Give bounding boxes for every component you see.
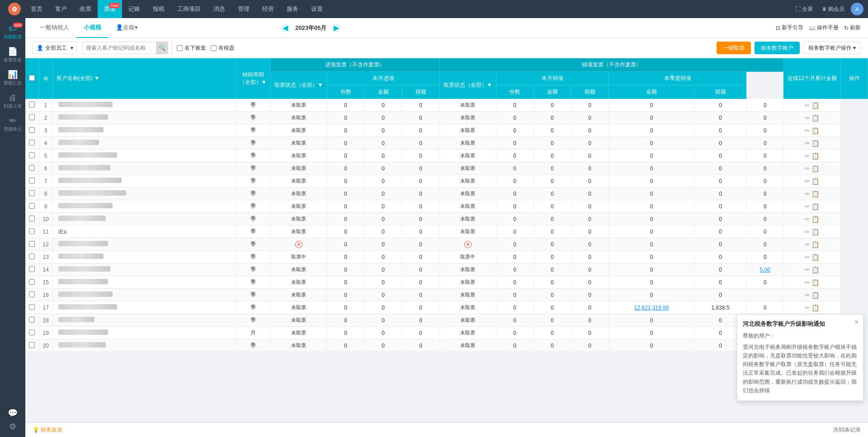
row-checkbox[interactable] (29, 127, 35, 133)
row-checkbox[interactable] (29, 152, 35, 158)
select-all-checkbox[interactable] (29, 75, 35, 81)
copy-button[interactable]: 📋 (811, 203, 819, 210)
row-checkbox[interactable] (29, 140, 35, 146)
sidebar-item-summary[interactable]: 📊 票据汇总 (1, 68, 24, 89)
reb-amount-value[interactable]: 12,621,319.99 (634, 305, 669, 311)
sidebar-item-issue[interactable]: 📄 发票开具 (1, 45, 24, 66)
nav-service[interactable]: 服务 (280, 0, 305, 18)
copy-button[interactable]: 📋 (811, 266, 819, 273)
row-checkbox-cell[interactable] (25, 162, 39, 175)
tax-digital-account-button[interactable]: 税务数字账户 (755, 42, 800, 54)
sidebar-item-scan[interactable]: 🖨 扫描上传 (1, 91, 24, 112)
row-checkbox-cell[interactable] (25, 314, 39, 327)
row-checkbox-cell[interactable] (25, 124, 39, 137)
row-checkbox[interactable] (29, 304, 35, 310)
tax-policy-link[interactable]: 💡 税务政策 (33, 426, 62, 434)
edit-button[interactable]: ✏ (805, 266, 810, 273)
tab-small-scale[interactable]: 小规模 (76, 18, 108, 38)
tab-all-in-one[interactable]: 👤 全能 ▾ (108, 18, 145, 38)
row-checkbox-cell[interactable] (25, 112, 39, 124)
nav-invoice[interactable]: 票据 new (98, 0, 122, 18)
row-checkbox[interactable] (29, 228, 35, 234)
row-checkbox-cell[interactable] (25, 251, 39, 263)
copy-button[interactable]: 📋 (811, 241, 819, 248)
edit-button[interactable]: ✏ (805, 127, 810, 134)
nav-collect[interactable]: 收票 (73, 0, 98, 18)
copy-button[interactable]: 📋 (811, 190, 819, 197)
row-checkbox-cell[interactable] (25, 339, 39, 352)
sidebar-item-message[interactable]: 💬 (1, 406, 24, 420)
has-tax-disk-checkbox[interactable]: 有税盘 (211, 44, 235, 52)
row-checkbox[interactable] (29, 254, 35, 259)
copy-button[interactable]: 📋 (811, 279, 819, 286)
one-click-collect-button[interactable]: 一键取票 (717, 42, 751, 54)
row-checkbox[interactable] (29, 279, 35, 285)
edit-button[interactable]: ✏ (805, 203, 810, 210)
manual-button[interactable]: 📖 操作手册 (809, 24, 839, 32)
row-checkbox[interactable] (29, 165, 35, 171)
row-checkbox-cell[interactable] (25, 200, 39, 213)
user-avatar[interactable]: A (851, 3, 863, 15)
sidebar-item-config[interactable]: ⚙ (1, 420, 24, 433)
guide-button[interactable]: ⊡ 新手引导 (776, 24, 803, 32)
copy-button[interactable]: 📋 (811, 291, 819, 299)
search-button[interactable]: 🔍 (156, 42, 168, 54)
copy-button[interactable]: 📋 (811, 165, 819, 172)
row-checkbox[interactable] (29, 178, 35, 183)
col-tax-period-header[interactable]: 纳税周期（全部）▼ (236, 58, 270, 99)
sidebar-item-smart-ticket[interactable]: 🏷 智能取票 new (1, 22, 24, 43)
edit-button[interactable]: ✏ (805, 228, 810, 235)
nav-customer[interactable]: 客户 (49, 0, 73, 18)
has-tax-disk-input[interactable] (211, 45, 217, 51)
row-checkbox[interactable] (29, 329, 35, 335)
copy-button[interactable]: 📋 (811, 127, 819, 134)
row-checkbox[interactable] (29, 291, 35, 297)
row-checkbox-cell[interactable] (25, 137, 39, 150)
nav-home[interactable]: 首页 (24, 0, 49, 18)
nav-manage[interactable]: 管理 (231, 0, 256, 18)
nav-message[interactable]: 消息 (207, 0, 231, 18)
nav-business[interactable]: 工商项目 (171, 0, 207, 18)
row-checkbox[interactable] (29, 190, 35, 196)
out-status-header[interactable]: 取票状态（全部）▼ (439, 72, 496, 99)
row-checkbox-cell[interactable] (25, 263, 39, 276)
row-checkbox-cell[interactable] (25, 226, 39, 238)
nav-accounting[interactable]: 记账 (122, 0, 146, 18)
row-checkbox[interactable] (29, 266, 35, 272)
row-checkbox-cell[interactable] (25, 327, 39, 339)
edit-button[interactable]: ✏ (805, 152, 810, 160)
row-checkbox-cell[interactable] (25, 289, 39, 301)
copy-button[interactable]: 📋 (811, 152, 819, 160)
copy-button[interactable]: 📋 (811, 178, 819, 185)
col-settings-header[interactable]: ⚙ (39, 58, 52, 99)
edit-button[interactable]: ✏ (805, 140, 810, 147)
row-checkbox-cell[interactable] (25, 238, 39, 251)
in-status-header[interactable]: 取票状态（全部）▼ (270, 72, 327, 99)
row-checkbox-cell[interactable] (25, 99, 39, 112)
row-checkbox[interactable] (29, 102, 35, 108)
under-account-checkbox[interactable]: 名下账套 (177, 44, 206, 52)
tax-digital-ops-button[interactable]: 税务数字账户操作 ▾ (803, 42, 861, 54)
edit-button[interactable]: ✏ (805, 279, 810, 286)
sidebar-item-entry[interactable]: ✏ 票据录入 (1, 114, 24, 135)
staff-select[interactable]: 👤 全部员工 ▾ (33, 42, 77, 54)
edit-button[interactable]: ✏ (805, 241, 810, 248)
row-checkbox-cell[interactable] (25, 188, 39, 200)
edit-button[interactable]: ✏ (805, 102, 810, 109)
row-checkbox[interactable] (29, 241, 35, 247)
row-checkbox[interactable] (29, 342, 35, 348)
fullscreen-button[interactable]: ⛶ 全屏 (793, 5, 816, 13)
row-checkbox[interactable] (29, 114, 35, 120)
cumulative-value[interactable]: 5.00 (760, 267, 770, 273)
nav-settings[interactable]: 设置 (305, 0, 329, 18)
copy-button[interactable]: 📋 (811, 228, 819, 235)
date-prev-button[interactable]: ◀ (281, 23, 290, 33)
row-checkbox[interactable] (29, 216, 35, 221)
edit-button[interactable]: ✏ (805, 178, 810, 185)
copy-button[interactable]: 📋 (811, 114, 819, 122)
refresh-button[interactable]: ↻ 刷新 (844, 24, 861, 32)
search-input-field[interactable] (86, 45, 154, 51)
copy-button[interactable]: 📋 (811, 140, 819, 147)
tab-general-taxpayer[interactable]: 一般纳税人 (33, 18, 76, 38)
edit-button[interactable]: ✏ (805, 165, 810, 172)
